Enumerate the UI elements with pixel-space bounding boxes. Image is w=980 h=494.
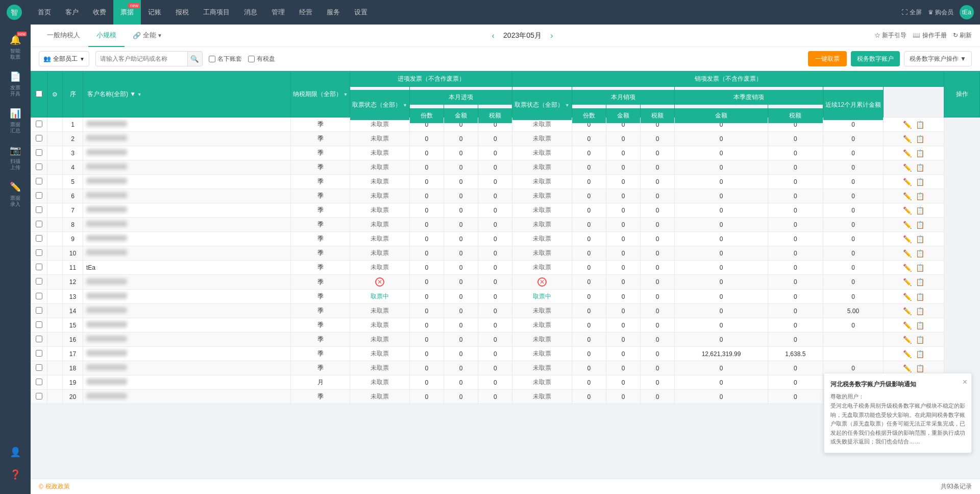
sidebar-item-help[interactable]: ❓ xyxy=(0,463,31,486)
new-guide-btn[interactable]: ☆ 新手引导 xyxy=(874,31,906,40)
tab-omnipotent[interactable]: 🔗全能 ▼ xyxy=(125,25,170,47)
detail-btn[interactable]: 📋 xyxy=(915,336,925,344)
detail-btn[interactable]: 📋 xyxy=(915,321,925,330)
detail-btn[interactable]: 📋 xyxy=(915,264,925,272)
fullscreen-btn[interactable]: ⛶ 全屏 xyxy=(901,8,921,17)
row-checkbox[interactable] xyxy=(36,149,42,156)
edit-btn[interactable]: ✏️ xyxy=(902,364,913,372)
row-checkbox[interactable] xyxy=(36,121,42,127)
row-checkbox[interactable] xyxy=(36,393,42,399)
sidebar-item-smart-ticket[interactable]: 🔔 智能取票 xyxy=(0,29,31,65)
member-btn[interactable]: ♛ 购会员 xyxy=(928,8,953,17)
nav-service[interactable]: 服务 xyxy=(320,0,347,25)
edit-btn[interactable]: ✏️ xyxy=(902,221,913,229)
tax-policy-link[interactable]: © 税政政策 xyxy=(39,482,70,491)
employee-select[interactable]: 👥 全部员工 ▼ xyxy=(39,51,89,66)
edit-btn[interactable]: ✏️ xyxy=(902,121,913,129)
row-checkbox[interactable] xyxy=(36,249,42,256)
detail-btn[interactable]: 📋 xyxy=(915,350,925,358)
row-checkbox[interactable] xyxy=(36,221,42,227)
edit-btn[interactable]: ✏️ xyxy=(902,264,913,272)
my-accounts-checkbox[interactable] xyxy=(209,56,215,62)
edit-btn[interactable]: ✏️ xyxy=(902,206,913,215)
row-checkbox[interactable] xyxy=(36,178,42,184)
nav-client[interactable]: 客户 xyxy=(58,0,86,25)
sidebar-item-user[interactable]: 👤 xyxy=(0,441,31,463)
tax-digital-btn[interactable]: 税务数字账户 xyxy=(851,51,900,66)
refresh-btn[interactable]: ↻ 刷新 xyxy=(953,31,972,40)
row-checkbox[interactable] xyxy=(36,163,42,170)
nav-accounting[interactable]: 记账 xyxy=(141,0,168,25)
my-accounts-checkbox-label[interactable]: 名下账套 xyxy=(209,55,242,63)
edit-btn[interactable]: ✏️ xyxy=(902,350,913,358)
tab-small-scale[interactable]: 小规模 xyxy=(88,25,125,47)
detail-btn[interactable]: 📋 xyxy=(915,192,925,200)
edit-btn[interactable]: ✏️ xyxy=(902,235,913,243)
edit-btn[interactable]: ✏️ xyxy=(902,192,913,200)
edit-btn[interactable]: ✏️ xyxy=(902,149,913,157)
nav-business[interactable]: 工商项目 xyxy=(196,0,237,25)
select-all-checkbox[interactable] xyxy=(36,90,42,97)
nav-settings[interactable]: 设置 xyxy=(347,0,375,25)
avatar[interactable]: tEa xyxy=(960,5,974,19)
row-checkbox[interactable] xyxy=(36,321,42,328)
detail-btn[interactable]: 📋 xyxy=(915,221,925,229)
sidebar-item-ticket-summary[interactable]: 📊 票据汇总 xyxy=(0,102,31,139)
app-logo[interactable]: 智 xyxy=(6,4,22,20)
detail-btn[interactable]: 📋 xyxy=(915,249,925,257)
prev-month-btn[interactable]: ‹ xyxy=(487,30,499,42)
row-checkbox[interactable] xyxy=(36,350,42,357)
sidebar-item-scan-upload[interactable]: 📷 扫描上传 xyxy=(0,139,31,176)
sidebar-item-ticket-entry[interactable]: ✏️ 票据录入 xyxy=(0,176,31,213)
detail-btn[interactable]: 📋 xyxy=(915,121,925,129)
nav-home[interactable]: 首页 xyxy=(31,0,58,25)
detail-btn[interactable]: 📋 xyxy=(915,278,925,286)
detail-btn[interactable]: 📋 xyxy=(915,178,925,186)
detail-btn[interactable]: 📋 xyxy=(915,364,925,372)
next-month-btn[interactable]: › xyxy=(546,30,558,42)
nav-ticket[interactable]: 票据 new xyxy=(113,0,141,25)
edit-btn[interactable]: ✏️ xyxy=(902,293,913,301)
row-checkbox[interactable] xyxy=(36,135,42,142)
nav-tax[interactable]: 报税 xyxy=(168,0,196,25)
tab-general-taxpayer[interactable]: 一般纳税人 xyxy=(39,25,88,47)
edit-btn[interactable]: ✏️ xyxy=(902,321,913,330)
edit-btn[interactable]: ✏️ xyxy=(902,307,913,315)
detail-btn[interactable]: 📋 xyxy=(915,307,925,315)
edit-btn[interactable]: ✏️ xyxy=(902,278,913,286)
row-checkbox[interactable] xyxy=(36,364,42,371)
edit-btn[interactable]: ✏️ xyxy=(902,163,913,172)
row-checkbox[interactable] xyxy=(36,235,42,242)
row-checkbox[interactable] xyxy=(36,293,42,299)
row-checkbox[interactable] xyxy=(36,192,42,199)
edit-btn[interactable]: ✏️ xyxy=(902,336,913,344)
detail-btn[interactable]: 📋 xyxy=(915,149,925,157)
search-button[interactable]: 🔍 xyxy=(187,51,203,66)
notice-close-btn[interactable]: × xyxy=(963,378,967,387)
row-checkbox[interactable] xyxy=(36,307,42,314)
detail-btn[interactable]: 📋 xyxy=(915,206,925,215)
one-click-ticket-btn[interactable]: 一键取票 xyxy=(808,51,847,66)
detail-btn[interactable]: 📋 xyxy=(915,235,925,243)
row-checkbox[interactable] xyxy=(36,206,42,213)
has-tax-checkbox[interactable] xyxy=(248,56,255,62)
tax-digital-op-btn[interactable]: 税务数字账户操作 ▼ xyxy=(904,51,972,66)
detail-btn[interactable]: 📋 xyxy=(915,293,925,301)
row-checkbox[interactable] xyxy=(36,278,42,285)
detail-btn[interactable]: 📋 xyxy=(915,163,925,172)
search-input[interactable] xyxy=(95,51,187,66)
edit-btn[interactable]: ✏️ xyxy=(902,135,913,143)
nav-billing[interactable]: 收费 xyxy=(86,0,113,25)
manual-btn[interactable]: 📖 操作手册 xyxy=(913,31,946,40)
sidebar-item-invoice-open[interactable]: 📄 发票开具 xyxy=(0,65,31,102)
row-checkbox[interactable] xyxy=(36,264,42,270)
row-checkbox[interactable] xyxy=(36,379,42,385)
nav-management[interactable]: 管理 xyxy=(264,0,292,25)
row-checkbox[interactable] xyxy=(36,336,42,342)
nav-message[interactable]: 消息 xyxy=(237,0,264,25)
edit-btn[interactable]: ✏️ xyxy=(902,178,913,186)
has-tax-checkbox-label[interactable]: 有税盘 xyxy=(248,55,275,63)
nav-operation[interactable]: 经营 xyxy=(292,0,320,25)
edit-btn[interactable]: ✏️ xyxy=(902,249,913,257)
detail-btn[interactable]: 📋 xyxy=(915,135,925,143)
